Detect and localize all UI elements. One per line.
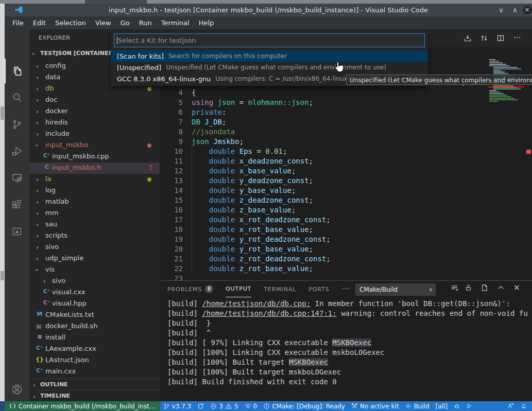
compare-swap-icon[interactable] xyxy=(480,34,488,42)
tree-item-cmakelists-txt[interactable]: MCMakeLists.txt xyxy=(29,310,160,321)
tree-item-visual-cxx[interactable]: C⁺visual.cxx xyxy=(29,287,160,298)
file-link[interactable]: /home/testjson/db/db.cpp: xyxy=(202,299,311,308)
menu-file[interactable]: File xyxy=(8,16,28,29)
line-number[interactable]: 16 xyxy=(160,205,183,215)
output-channel-dropdown[interactable]: CMake/Build ∨ xyxy=(355,283,436,296)
tree-item-docker-build-sh[interactable]: docker_build.sh xyxy=(29,321,160,332)
maximize-button[interactable]: ∧ xyxy=(509,4,521,16)
status-item-build[interactable]: Build xyxy=(402,403,432,410)
tree-item-input-mskbo-h[interactable]: Cinput_mskbo.h3 xyxy=(29,163,160,174)
line-number[interactable]: 20 xyxy=(160,244,183,254)
outline-section-header[interactable]: › OUTLINE xyxy=(29,379,160,390)
tree-item-input-mskbo[interactable]: ›input_mskbo xyxy=(29,140,160,151)
line-number[interactable]: 6 xyxy=(160,108,183,117)
panel-tab-problems[interactable]: PROBLEMS8 xyxy=(167,281,213,297)
menu-run[interactable]: Run xyxy=(134,16,157,29)
line-number[interactable]: 15 xyxy=(160,195,183,205)
status-item-feedback-icon[interactable] xyxy=(504,403,518,409)
remote-explorer-icon[interactable] xyxy=(5,166,29,190)
code-line: 10 double Eps = 0.01; xyxy=(160,147,525,156)
tree-item-include[interactable]: ›include xyxy=(29,129,160,140)
status-item-v3-7-3[interactable]: v3.7.3 xyxy=(160,403,195,410)
tree-item-sivo[interactable]: ›sivo xyxy=(29,242,160,253)
tree-item-docker[interactable]: ›docker xyxy=(29,106,160,117)
quickpick-input[interactable]: Select a Kit for testjson xyxy=(114,33,425,47)
menu-go[interactable]: Go xyxy=(116,16,134,29)
status-item[interactable] xyxy=(451,403,463,409)
split-editor-icon[interactable] xyxy=(496,34,505,42)
tree-item-hiredis[interactable]: ›hiredis xyxy=(29,117,160,129)
line-number[interactable]: 22 xyxy=(160,264,183,274)
maximize-panel-icon[interactable] xyxy=(497,284,505,292)
search-icon[interactable] xyxy=(5,85,29,110)
line-number[interactable]: 4 xyxy=(160,88,183,98)
tree-item-visual-hpp[interactable]: C⁺visual.hpp xyxy=(29,298,160,310)
minimap[interactable] xyxy=(488,51,524,280)
tree-item-matlab[interactable]: ›matlab xyxy=(29,196,160,208)
tree-item-install[interactable]: ≡install xyxy=(29,332,160,344)
more-actions-icon[interactable]: ··· xyxy=(513,34,521,42)
tree-item-udp-simple[interactable]: ›udp_simple xyxy=(29,253,160,264)
accounts-icon[interactable] xyxy=(5,377,29,402)
quickpick-item[interactable]: [Scan for kits]Search for compilers on t… xyxy=(111,50,428,62)
unlock-icon[interactable] xyxy=(465,284,472,292)
menu-view[interactable]: View xyxy=(91,16,116,29)
tree-item-lastruct-json[interactable]: {}LAstruct.json xyxy=(29,355,160,366)
timeline-section-header[interactable]: › TIMELINE xyxy=(29,390,160,401)
install-kit-icon[interactable] xyxy=(464,34,472,42)
line-number[interactable]: 14 xyxy=(160,186,183,195)
tree-item-doc[interactable]: ›doc xyxy=(29,95,160,106)
line-number[interactable]: 19 xyxy=(160,235,183,244)
close-panel-icon[interactable]: × xyxy=(513,284,520,292)
file-link[interactable]: /home/testjson/db/db.cpp:147:1: xyxy=(202,309,336,317)
line-number[interactable]: 5 xyxy=(160,98,183,108)
minimize-button[interactable]: ∨ xyxy=(495,4,507,16)
clear-output-icon[interactable] xyxy=(451,284,458,292)
line-number[interactable]: 21 xyxy=(160,254,183,264)
status-item-cmake-debug-ready[interactable]: CMake: [Debug]: Ready xyxy=(260,403,348,410)
line-number[interactable]: 18 xyxy=(160,225,183,235)
status-item[interactable] xyxy=(194,403,207,409)
panel-tab-terminal[interactable]: TERMINAL xyxy=(264,281,296,297)
line-number[interactable]: 17 xyxy=(160,215,183,225)
cmake-icon[interactable] xyxy=(5,219,29,244)
menu-edit[interactable]: Edit xyxy=(28,16,50,29)
status-item-no-active-kit[interactable]: No active kit xyxy=(348,403,402,410)
tree-item-input-mskbo-cpp[interactable]: C⁺input_mskbo.cpp xyxy=(29,151,160,163)
panel-tab-output[interactable]: OUTPUT xyxy=(226,281,251,297)
open-output-in-editor-icon[interactable] xyxy=(480,284,488,292)
quickpick-item[interactable]: [Unspecified]Unspecified (Let CMake gues… xyxy=(111,62,428,73)
line-number[interactable]: 12 xyxy=(160,166,183,176)
tree-item-scripts[interactable]: ›scripts xyxy=(29,230,160,242)
status-item-0[interactable]: 0 xyxy=(242,403,261,410)
line-number[interactable]: 8 xyxy=(160,127,183,137)
tree-item-sivo[interactable]: ›sivo xyxy=(29,276,160,287)
line-number[interactable]: 10 xyxy=(160,147,183,156)
remote-indicator[interactable]: Container mskbo_build (/mskbo_build_inst… xyxy=(5,401,160,411)
source-control-icon[interactable] xyxy=(5,112,29,137)
line-number[interactable]: 7 xyxy=(160,117,183,127)
tree-item-vis[interactable]: ›vis xyxy=(29,264,160,276)
line-number[interactable]: 11 xyxy=(160,156,183,166)
menu-help[interactable]: Help xyxy=(194,16,219,29)
tree-item-log[interactable]: ›log xyxy=(29,185,160,196)
line-number[interactable]: 9 xyxy=(160,137,183,147)
menu-terminal[interactable]: Terminal xyxy=(157,16,194,29)
status-item-bell-icon[interactable] xyxy=(518,403,530,409)
tree-item-main-cxx[interactable]: C⁺main.cxx xyxy=(29,366,160,378)
menu-selection[interactable]: Selection xyxy=(50,16,91,29)
status-item--all-[interactable]: [all] xyxy=(433,403,451,410)
close-button[interactable]: × xyxy=(523,6,531,14)
tree-item-mm[interactable]: ›mm xyxy=(29,208,160,219)
status-item-3[interactable]: 35 xyxy=(207,403,241,410)
more-tabs-icon[interactable]: ··· xyxy=(341,284,349,294)
files-explorer-icon[interactable] xyxy=(5,59,29,83)
line-number[interactable]: 13 xyxy=(160,176,183,186)
status-item[interactable] xyxy=(463,403,475,409)
panel-tab-ports[interactable]: PORTS xyxy=(308,281,329,297)
tree-item-laexample-cxx[interactable]: C⁺LAexample.cxx xyxy=(29,344,160,355)
extensions-icon[interactable] xyxy=(5,192,29,217)
tree-item-sau[interactable]: ›sau xyxy=(29,219,160,230)
run-debug-icon[interactable] xyxy=(5,139,29,164)
tree-item-la[interactable]: ›la xyxy=(29,174,160,185)
